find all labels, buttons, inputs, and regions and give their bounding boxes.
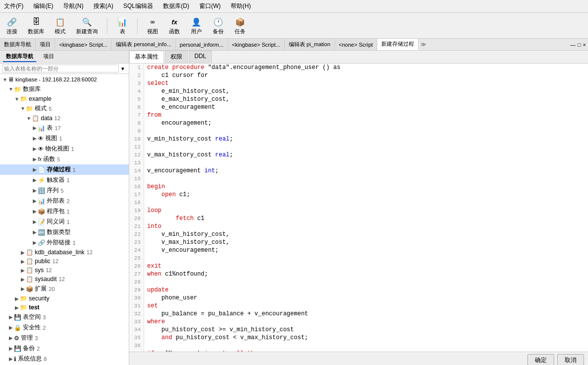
tree-security[interactable]: ▶ 🔒 安全性 2 xyxy=(0,322,129,333)
tab-script1[interactable]: <kingbase> Script... xyxy=(55,39,112,50)
cancel-button[interactable]: 取消 xyxy=(557,354,584,365)
menu-window[interactable]: 窗口(W) xyxy=(197,1,223,11)
tab-controls: — □ × xyxy=(568,39,588,50)
tree-databases[interactable]: ▼ 📁 数据库 xyxy=(0,84,129,94)
tree-toggle-data[interactable]: ▼ xyxy=(26,116,32,121)
tree-toggle-test[interactable]: ▶ xyxy=(14,305,20,310)
tab-script2[interactable]: <kingbase> Script... xyxy=(228,39,285,50)
tree-kdb[interactable]: ▶ 📋 kdb_database_link 12 xyxy=(0,248,129,257)
toolbar-view[interactable]: ∞ 视图 xyxy=(144,15,162,36)
prop-tab-perms[interactable]: 权限 xyxy=(165,51,188,63)
tab-db-nav[interactable]: 数据库导航 xyxy=(0,39,36,50)
tree-toggle-backup[interactable]: ▶ xyxy=(8,346,14,351)
tree-toggle-security-db[interactable]: ▶ xyxy=(14,296,20,301)
tree-procs[interactable]: ▶ 📄 存储过程 1 xyxy=(0,164,129,175)
tree-toggle-kdb[interactable]: ▶ xyxy=(20,250,26,255)
tree-toggle-schema[interactable]: ▼ xyxy=(20,106,26,111)
tree-security-db[interactable]: ▶ 📁 security xyxy=(0,294,129,303)
toolbar-backup[interactable]: 🕐 备份 xyxy=(209,15,227,36)
tree-toggle-ext-tables[interactable]: ▶ xyxy=(32,198,38,204)
tree-synonyms[interactable]: ▶ 📝 同义词 1 xyxy=(0,217,129,227)
tree-toggle-sys[interactable]: ▶ xyxy=(20,268,26,273)
tree-mat-views[interactable]: ▶ 👁 物化视图 1 xyxy=(0,144,129,154)
tree-toggle-packages[interactable]: ▶ xyxy=(32,209,38,214)
tab-personal-inform[interactable]: personal_inform... xyxy=(176,39,228,50)
tree-extensions[interactable]: ▶ 📦 扩展 20 xyxy=(0,284,129,294)
menu-edit[interactable]: 编辑(E) xyxy=(31,1,55,11)
tree-toggle-root[interactable]: ▼ xyxy=(2,77,8,82)
tree-triggers[interactable]: ▶ ⚡ 触发器 1 xyxy=(0,175,129,185)
tab-edit-pimation[interactable]: 编辑表 pi_mation xyxy=(285,39,335,50)
tree-packages[interactable]: ▶ 📦 程序包 1 xyxy=(0,206,129,217)
tree-toggle-ext-links[interactable]: ▶ xyxy=(32,240,38,245)
tree-schema[interactable]: ▼ 📁 模式 5 xyxy=(0,103,129,114)
toolbar-func[interactable]: fx 函数 xyxy=(166,15,183,36)
tree-datatypes[interactable]: ▶ 🔤 数据类型 xyxy=(0,227,129,237)
code-editor[interactable]: 1create procedure "data".encouragement_p… xyxy=(129,64,588,352)
tree-tables[interactable]: ▶ 📊 表 17 xyxy=(0,123,129,133)
toolbar-schema[interactable]: 📋 模式 xyxy=(51,15,69,36)
tree-toggle-sysaudit[interactable]: ▶ xyxy=(20,277,26,282)
tab-close[interactable]: × xyxy=(583,42,586,48)
tree-toggle-synonyms[interactable]: ▶ xyxy=(32,219,38,224)
tree-admin[interactable]: ▶ ⚙ 管理 3 xyxy=(0,333,129,343)
tree-tablespace[interactable]: ▶ 💾 表空间 3 xyxy=(0,312,129,322)
tree-data[interactable]: ▼ 📋 data 12 xyxy=(0,114,129,123)
search-filter-button[interactable]: ▼ xyxy=(119,66,127,72)
tree-root[interactable]: ▼ 🖥 kingbase - 192.168.22.128:60002 xyxy=(0,75,129,84)
tree-toggle-triggers[interactable]: ▶ xyxy=(32,177,38,183)
tree-toggle-security[interactable]: ▶ xyxy=(8,325,14,330)
confirm-button[interactable]: 确定 xyxy=(527,354,554,365)
tab-min[interactable]: — xyxy=(570,42,576,48)
toolbar-connect[interactable]: 🔗 连接 xyxy=(3,15,21,36)
tree-seqs[interactable]: ▶ 🔢 序列 5 xyxy=(0,185,129,196)
code-line: 21into xyxy=(129,222,588,230)
toolbar-new-query[interactable]: 🔍 新建查询 xyxy=(73,15,101,36)
menu-db[interactable]: 数据库(D) xyxy=(161,1,191,11)
tree-funcs[interactable]: ▶ fx 函数 5 xyxy=(0,154,129,164)
toolbar-table[interactable]: 📊 表 xyxy=(113,15,131,36)
prop-tab-basic[interactable]: 基本属性 xyxy=(129,51,164,63)
tree-test[interactable]: ▶ 📁 test xyxy=(0,303,129,312)
tree-backup[interactable]: ▶ 💾 备份 2 xyxy=(0,343,129,354)
toolbar-task[interactable]: 📦 任务 xyxy=(231,15,249,36)
left-panel-tab-db[interactable]: 数据库导航 xyxy=(3,52,36,62)
tree-toggle-extensions[interactable]: ▶ xyxy=(20,286,26,292)
tree-ext-tables[interactable]: ▶ 📊 外部表 2 xyxy=(0,196,129,206)
tab-edit-personal[interactable]: 编辑表 personal_info... xyxy=(112,39,175,50)
prop-tab-ddl[interactable]: DDL xyxy=(189,51,212,63)
tree-toggle-public[interactable]: ▶ xyxy=(20,259,26,264)
tab-max[interactable]: □ xyxy=(578,42,581,48)
menu-file[interactable]: 文件(F) xyxy=(2,1,25,11)
tree-toggle-datatypes[interactable]: ▶ xyxy=(32,229,38,235)
tree-ext-links[interactable]: ▶ 🔗 外部链接 1 xyxy=(0,237,129,248)
tree-toggle-example[interactable]: ▼ xyxy=(14,96,20,102)
tree-sys[interactable]: ▶ 📋 sys 12 xyxy=(0,266,129,275)
toolbar-user[interactable]: 👤 用户 xyxy=(187,15,205,36)
menu-nav[interactable]: 导航(N) xyxy=(61,1,85,11)
toolbar-database[interactable]: 🗄 数据库 xyxy=(25,15,47,36)
tab-project[interactable]: 项目 xyxy=(36,39,55,50)
search-input[interactable] xyxy=(2,65,119,73)
menu-sql[interactable]: SQL编辑器 xyxy=(121,1,155,11)
tree-toggle-mat-views[interactable]: ▶ xyxy=(32,146,38,151)
tree-toggle-sysinfo[interactable]: ▶ xyxy=(8,356,14,362)
tree-views[interactable]: ▶ 👁 视图 1 xyxy=(0,133,129,144)
tree-toggle-views[interactable]: ▶ xyxy=(32,136,38,141)
tree-toggle-seqs[interactable]: ▶ xyxy=(32,188,38,193)
menu-search[interactable]: 搜索(A) xyxy=(91,1,115,11)
tab-none-script[interactable]: <none> Script xyxy=(335,39,378,50)
tree-public[interactable]: ▶ 📋 public 12 xyxy=(0,257,129,266)
tree-example[interactable]: ▼ 📁 example xyxy=(0,94,129,103)
tree-toggle-db[interactable]: ▼ xyxy=(8,86,14,92)
tree-sysinfo[interactable]: ▶ ℹ 系统信息 8 xyxy=(0,354,129,364)
tree-toggle-procs[interactable]: ▶ xyxy=(32,167,38,172)
left-panel-tab-project[interactable]: 项目 xyxy=(40,52,57,62)
tree-toggle-admin[interactable]: ▶ xyxy=(8,335,14,341)
tree-toggle-funcs[interactable]: ▶ xyxy=(32,156,38,162)
tree-sysaudit[interactable]: ▶ 📋 sysaudit 12 xyxy=(0,275,129,284)
menu-help[interactable]: 帮助(H) xyxy=(229,1,253,11)
tree-toggle-tablespace[interactable]: ▶ xyxy=(8,314,14,320)
tab-new-proc[interactable]: 新建存储过程 xyxy=(377,39,419,50)
tree-toggle-tables[interactable]: ▶ xyxy=(32,125,38,131)
